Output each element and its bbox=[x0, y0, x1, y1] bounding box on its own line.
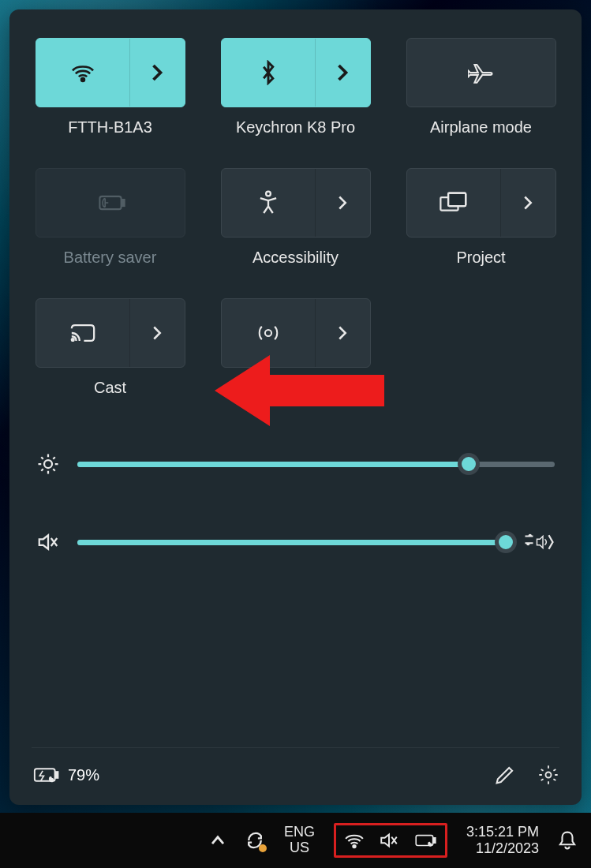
nearby-sharing-more-button[interactable] bbox=[315, 299, 370, 367]
accessibility-toggle[interactable] bbox=[222, 169, 315, 237]
cast-toggle[interactable] bbox=[36, 299, 129, 367]
cast-tile[interactable] bbox=[36, 298, 185, 368]
bluetooth-label: Keychron K8 Pro bbox=[236, 118, 355, 137]
wifi-toggle[interactable] bbox=[36, 39, 129, 107]
taskbar-time: 3:15:21 PM bbox=[466, 824, 539, 840]
audio-output-button[interactable] bbox=[523, 531, 555, 553]
project-tile[interactable] bbox=[406, 168, 556, 238]
accessibility-icon bbox=[258, 190, 279, 215]
sliders-section bbox=[32, 452, 559, 553]
edit-quick-settings-button[interactable] bbox=[495, 764, 515, 786]
accessibility-tile[interactable] bbox=[221, 168, 371, 238]
svg-point-7 bbox=[71, 339, 73, 341]
airplane-label: Airplane mode bbox=[430, 118, 532, 137]
wifi-icon bbox=[70, 62, 95, 83]
bluetooth-toggle[interactable] bbox=[222, 39, 315, 107]
battery-status-button[interactable]: 79% bbox=[32, 765, 99, 785]
brightness-icon bbox=[36, 452, 60, 476]
cast-icon bbox=[69, 323, 96, 343]
quick-settings-tiles-grid: FTTH-B1A3 Keychron K8 Pro bbox=[32, 38, 559, 397]
chevron-right-icon bbox=[522, 195, 533, 211]
settings-button[interactable] bbox=[537, 764, 559, 786]
windows-update-tray-icon[interactable] bbox=[245, 830, 265, 851]
nearby-sharing-tile[interactable] bbox=[221, 298, 371, 368]
accessibility-more-button[interactable] bbox=[315, 169, 370, 237]
svg-rect-15 bbox=[434, 838, 436, 843]
tray-wifi-icon[interactable] bbox=[344, 832, 365, 849]
project-tile-group: Project bbox=[402, 168, 559, 267]
bluetooth-icon bbox=[260, 60, 277, 85]
chevron-right-icon bbox=[151, 63, 163, 82]
nearby-sharing-label: Nearby sharing bbox=[242, 379, 350, 397]
svg-point-9 bbox=[44, 460, 52, 468]
language-indicator[interactable]: ENG US bbox=[284, 825, 315, 856]
airplane-icon bbox=[468, 61, 495, 84]
svg-rect-11 bbox=[56, 772, 58, 778]
svg-point-3 bbox=[266, 192, 271, 196]
svg-point-8 bbox=[264, 330, 271, 336]
accessibility-tile-group: Accessibility bbox=[217, 168, 374, 267]
brightness-slider-row bbox=[36, 452, 555, 476]
chevron-right-icon bbox=[337, 325, 348, 341]
language-top: ENG bbox=[284, 825, 315, 840]
battery-saver-tile-group: Battery saver bbox=[32, 168, 189, 267]
svg-rect-5 bbox=[448, 193, 466, 207]
battery-saver-icon bbox=[95, 193, 125, 213]
update-indicator-dot bbox=[259, 844, 267, 852]
chevron-right-icon bbox=[336, 63, 349, 82]
project-more-button[interactable] bbox=[500, 169, 555, 237]
taskbar-clock[interactable]: 3:15:21 PM 11/2/2023 bbox=[466, 824, 539, 856]
taskbar: ENG US 3:15:21 PM 11/2/2023 bbox=[0, 813, 591, 868]
battery-saver-tile bbox=[36, 168, 185, 238]
cast-tile-group: Cast bbox=[32, 298, 189, 397]
panel-bottom-bar: 79% bbox=[32, 747, 559, 786]
tray-volume-muted-icon[interactable] bbox=[379, 832, 399, 849]
language-bottom: US bbox=[284, 840, 315, 856]
notifications-button[interactable] bbox=[558, 830, 577, 851]
brightness-fill bbox=[77, 462, 469, 467]
wifi-tile[interactable] bbox=[36, 38, 185, 107]
nearby-sharing-toggle[interactable] bbox=[222, 299, 315, 367]
chevron-right-icon bbox=[151, 325, 163, 341]
volume-thumb[interactable] bbox=[495, 531, 517, 553]
svg-point-13 bbox=[353, 845, 355, 847]
volume-muted-icon[interactable] bbox=[36, 531, 60, 553]
nearby-sharing-tile-group: Nearby sharing bbox=[217, 298, 374, 397]
battery-percent-label: 79% bbox=[68, 766, 99, 784]
project-label: Project bbox=[456, 249, 505, 267]
battery-saver-label: Battery saver bbox=[64, 249, 157, 267]
battery-charging-icon bbox=[32, 765, 60, 785]
bluetooth-tile-group: Keychron K8 Pro bbox=[217, 38, 374, 137]
taskbar-date: 11/2/2023 bbox=[466, 840, 539, 857]
wifi-tile-group: FTTH-B1A3 bbox=[32, 38, 189, 137]
airplane-tile-group: Airplane mode bbox=[402, 38, 559, 137]
brightness-slider[interactable] bbox=[77, 462, 555, 467]
project-toggle[interactable] bbox=[407, 169, 500, 237]
volume-slider[interactable] bbox=[77, 540, 506, 545]
brightness-thumb[interactable] bbox=[458, 453, 480, 475]
svg-point-0 bbox=[81, 78, 84, 81]
tray-battery-icon[interactable] bbox=[413, 832, 437, 849]
panel-actions bbox=[495, 764, 559, 786]
tray-overflow-button[interactable] bbox=[210, 835, 226, 846]
wifi-more-button[interactable] bbox=[129, 39, 185, 107]
cast-label: Cast bbox=[94, 379, 126, 397]
chevron-right-icon bbox=[337, 195, 348, 211]
quick-settings-panel: FTTH-B1A3 Keychron K8 Pro bbox=[9, 9, 582, 805]
bluetooth-tile[interactable] bbox=[221, 38, 371, 107]
annotation-red-box bbox=[334, 823, 447, 858]
airplane-mode-tile[interactable] bbox=[406, 38, 556, 107]
nearby-sharing-icon bbox=[256, 321, 280, 345]
project-icon bbox=[440, 192, 468, 214]
cast-more-button[interactable] bbox=[129, 299, 185, 367]
volume-slider-row bbox=[36, 531, 555, 553]
svg-rect-2 bbox=[122, 200, 124, 206]
wifi-label: FTTH-B1A3 bbox=[68, 118, 152, 137]
volume-fill bbox=[77, 540, 506, 545]
accessibility-label: Accessibility bbox=[252, 249, 339, 267]
bluetooth-more-button[interactable] bbox=[315, 39, 370, 107]
svg-point-12 bbox=[546, 773, 552, 778]
